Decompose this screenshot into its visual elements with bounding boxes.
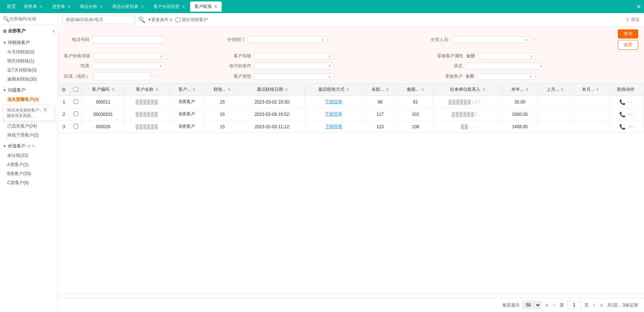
filter-zero-attr: 零散客户属性 全部 ∨ — [437, 53, 638, 60]
tab-close-purchase[interactable]: ✕ — [67, 4, 71, 9]
row-checkbox[interactable] — [70, 121, 81, 133]
filter-department: 分管部门 ∨ — [219, 36, 411, 43]
tab-close-sales[interactable]: ✕ — [39, 4, 43, 9]
sidebar-collapse-icon[interactable]: « — [52, 29, 55, 34]
nature-select[interactable]: ∨ — [92, 62, 165, 69]
row-checkbox[interactable] — [70, 108, 81, 121]
sidebar-item-class-c[interactable]: C类客户(6) — [0, 178, 58, 187]
th-name[interactable]: 客户名称 ⇅ — [125, 84, 169, 96]
tab-close-product-analysis[interactable]: ✕ — [100, 4, 103, 9]
region-input[interactable] — [93, 72, 151, 80]
action-contact-icon[interactable]: 📞 — [619, 124, 625, 130]
department-select[interactable]: ∨ — [247, 36, 327, 43]
customer-type-select[interactable]: ∨ — [254, 73, 334, 80]
row-last-type[interactable]: 下销货单 — [305, 108, 362, 121]
th-unlisted[interactable]: 未联... ⇅ — [362, 84, 398, 96]
price-level-select[interactable]: ∨ — [93, 53, 166, 60]
sidebar-item-tomorrow[interactable]: 明天待联络(1) — [0, 57, 58, 66]
th-level[interactable]: 客户... ⇅ — [169, 84, 205, 96]
sidebar-item-overdue[interactable]: 逾期未联络(30) — [0, 75, 58, 84]
customer-level-select[interactable]: ∨ — [254, 53, 334, 60]
sidebar-search-input[interactable] — [9, 16, 58, 21]
action-more-icon[interactable]: ⋯ — [628, 124, 633, 130]
sidebar-group-pending-header[interactable]: ▼ 待联络客户 — [0, 38, 58, 48]
my-customers-checkbox-input[interactable] — [176, 17, 180, 22]
sidebar-item-class-a[interactable]: A类客户(1) — [0, 160, 58, 169]
sidebar-item-7days[interactable]: 近7天待联络(0) — [0, 66, 58, 75]
row-last-type[interactable]: 下销货单 — [305, 96, 362, 108]
th-code[interactable]: 客户编码 ⇅ — [81, 84, 125, 96]
chevron-down-5-icon: ∨ — [530, 54, 533, 58]
query-button[interactable]: 查询 — [618, 29, 638, 39]
manager-select[interactable]: ∨ — [451, 36, 531, 43]
arrow-down-icon: ▼ — [3, 41, 7, 45]
edit-icon[interactable]: ✎ — [32, 144, 36, 149]
sidebar-item-churned[interactable]: 已流失客户(24) — [0, 122, 58, 131]
gear-icon[interactable]: ⚙ — [61, 87, 66, 93]
select-all-checkbox[interactable] — [73, 87, 78, 92]
sidebar-item-declining[interactable]: 持续下滑客户(2) — [0, 131, 58, 140]
phone-input[interactable] — [92, 36, 165, 44]
prev-page-btn[interactable]: ‹ — [552, 302, 557, 308]
sidebar-item-ungrouped[interactable]: 未分组(32) — [0, 151, 58, 160]
sidebar-item-churn-warning[interactable]: 流失预警客户(3) — [0, 95, 58, 104]
tab-close-product-list[interactable]: ✕ — [141, 4, 144, 9]
tab-close-contact[interactable]: ✕ — [214, 4, 217, 9]
sidebar-item-class-b[interactable]: B类客户(33) — [0, 169, 58, 178]
sidebar-group-value-header[interactable]: ▼ 价值客户 ↺ ✎ — [0, 141, 58, 151]
sidebar-group-problem-header[interactable]: ▼ 问题客户 — [0, 85, 58, 95]
manager-more-icon[interactable]: ··· — [532, 37, 536, 42]
per-page-select[interactable]: 50 100 200 — [523, 301, 541, 309]
th-contact-person[interactable]: 往来单位联系人 ⇅ — [433, 84, 502, 96]
my-customers-checkbox[interactable]: 我分管的客户 — [176, 17, 208, 23]
sort-icon-this-month: ⇅ — [596, 88, 599, 92]
payment-select[interactable]: ∨ — [254, 62, 334, 69]
settings-button[interactable]: 设置 — [618, 40, 638, 50]
page-number-input[interactable] — [567, 301, 581, 309]
action-more-icon[interactable]: ⋯ — [628, 112, 633, 117]
last-page-btn[interactable]: » — [599, 302, 604, 308]
tab-close-stratification[interactable]: ✕ — [182, 4, 185, 9]
export-button[interactable]: ⇧ 导出 — [626, 17, 640, 23]
th-last-month[interactable]: 上月... ⇅ — [538, 84, 573, 96]
row-last-type[interactable]: 下销货单 — [305, 121, 362, 133]
more-conditions-button[interactable]: ▾ 更多条件 ∧ — [148, 17, 173, 23]
chevron-down-8-icon: ∨ — [540, 64, 542, 68]
close-window-button[interactable]: ✕ — [636, 3, 641, 10]
refresh-icon[interactable]: ↺ — [27, 144, 31, 149]
action-more-icon[interactable]: ⋯ — [628, 99, 633, 105]
zero-customer-select[interactable]: ∨ — [477, 73, 535, 80]
th-contact-count[interactable]: 联络... ⇅ — [205, 84, 240, 96]
tab-customer-stratification[interactable]: 客户分层经营 ✕ — [149, 1, 189, 12]
th-overdue[interactable]: 逾期... ⇅ — [398, 84, 433, 96]
region-more-icon[interactable]: ··· — [153, 74, 156, 79]
tab-customer-contact[interactable]: 客户联系 ✕ — [190, 1, 222, 12]
sidebar-all-customers[interactable]: ⊞ 全部客户 « — [0, 25, 58, 37]
th-this-year[interactable]: 本年... ⇅ — [502, 84, 538, 96]
first-page-btn[interactable]: « — [544, 302, 550, 308]
zero-attr-select[interactable]: ∨ — [478, 53, 536, 60]
action-contact-icon[interactable]: 📞 — [619, 112, 625, 117]
next-page-btn[interactable]: › — [592, 302, 596, 308]
th-last-date[interactable]: 最后联络日期 ⇅ — [240, 84, 305, 96]
row-last-date: 2023-03-02 10:30: — [240, 96, 305, 108]
search-input[interactable] — [63, 15, 135, 24]
row-last-month — [538, 108, 573, 121]
tab-home[interactable]: 首页 — [3, 3, 20, 10]
sort-icon-code: ⇅ — [112, 88, 114, 92]
sidebar-item-today[interactable]: 今天待联络(0) — [0, 48, 58, 57]
row-checkbox[interactable] — [70, 96, 81, 108]
tab-product-analysis[interactable]: 商品分析 ✕ — [76, 1, 107, 12]
tab-product-analysis-list[interactable]: 商品分析列表 ✕ — [108, 1, 148, 12]
status-select[interactable]: ∨ — [466, 62, 546, 69]
row-contact-count: 15 — [205, 108, 240, 121]
tab-purchase-order[interactable]: 进货单 ✕ — [48, 1, 75, 12]
th-last-type[interactable]: 最后联络方式 ⇅ — [305, 84, 362, 96]
horizontal-scrollbar[interactable] — [58, 293, 644, 298]
action-contact-icon[interactable]: 📞 — [619, 99, 625, 105]
th-this-month[interactable]: 本月... ⇅ — [573, 84, 608, 96]
churn-tooltip: 90天未交易的客户，可能有流失风险。 — [3, 105, 55, 121]
search-button[interactable]: 🔍 — [138, 16, 145, 23]
tab-sales-order[interactable]: 销售单 ✕ — [20, 1, 47, 12]
th-checkbox — [70, 84, 81, 96]
